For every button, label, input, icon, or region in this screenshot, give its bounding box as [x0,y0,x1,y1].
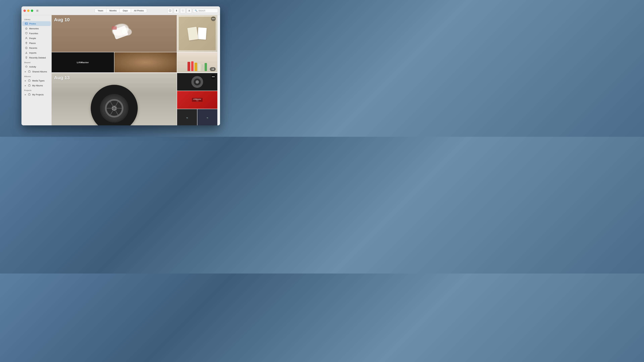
aug13-right-column: ••• LiftMaster myQ [177,73,217,125]
places-label: Places [29,42,36,44]
photo-area[interactable]: Aug 10 ••• LiftMaster [52,15,217,125]
people-icon [25,37,28,40]
tab-group: Years Months Days All Photos [94,8,147,13]
sidebar-item-photos[interactable]: Photos [22,21,51,26]
memories-label: Memories [29,27,39,30]
sidebar-item-recents[interactable]: Recents [22,45,51,50]
day-section-aug13: Aug 13 ••• [52,73,217,125]
date-aug13: Aug 13 [54,75,70,80]
date-aug10: Aug 10 [54,17,70,22]
recents-icon [25,46,28,49]
expand-albums-icon: ▶ [25,85,26,86]
day-section-aug10: Aug 10 ••• LiftMaster [52,15,217,73]
svg-rect-8 [28,80,30,81]
aug13-bottom-pair: 📷 📷 [177,109,217,125]
share-icon: ⬆ [176,9,178,12]
liftmaster-brand: LiftMaster [193,98,201,100]
sidebar-item-people[interactable]: People [22,36,51,40]
more-photos-badge: +6 [210,67,216,71]
svg-rect-10 [28,94,30,95]
photo-aug10-main[interactable]: Aug 10 [52,15,177,52]
titlebar-actions: ⓘ ⬆ ♡ ⬇ 🔍 [167,8,218,13]
photo-liftmaster-red[interactable]: LiftMaster myQ [177,91,217,109]
photo-aug13-dark1[interactable]: 📷 [177,109,197,125]
people-label: People [29,37,36,39]
photos-icon [25,22,28,25]
search-icon: 🔍 [195,9,198,12]
svg-marker-2 [25,27,27,29]
trash-icon [25,56,28,59]
photo-aug10-side[interactable]: ••• [177,15,217,52]
photo-aug10-blur[interactable] [114,52,177,72]
photo-aug13-dark2[interactable]: 📷 [198,109,217,125]
my-albums-icon [28,84,31,87]
shared-section-label: Shared [22,60,52,64]
tab-days[interactable]: Days [120,8,131,13]
shared-albums-label: Shared Albums [32,70,47,73]
expand-projects-icon: ▶ [25,94,26,95]
info-button[interactable]: ⓘ [167,8,173,13]
sidebar-item-my-albums[interactable]: ▶ My Albums [22,83,51,88]
sidebar-item-recently-deleted[interactable]: Recently Deleted [22,55,51,60]
favorites-button[interactable]: ♡ [180,8,186,13]
main-content: Library Photos Memories Favorites [22,15,220,125]
albums-section-label: Albums [22,74,52,78]
photo-aug13-disc[interactable]: ••• [177,73,217,91]
activity-icon [25,65,28,68]
import-icon: ⬇ [188,9,190,12]
svg-point-3 [26,37,27,38]
svg-point-4 [26,42,27,43]
sidebar-toggle-button[interactable]: ⊞ [36,9,38,12]
my-projects-label: My Projects [32,93,44,96]
photo-cleaning-supplies[interactable]: +6 [177,52,217,72]
photo-liftmaster[interactable]: LiftMaster [52,52,114,72]
expand-media-icon: ▶ [25,80,26,82]
sidebar: Library Photos Memories Favorites [22,15,52,125]
close-button[interactable] [24,9,26,12]
photo-aug13-tire[interactable]: Aug 13 [52,73,177,125]
photo-menu-button-aug10-side[interactable]: ••• [211,16,216,21]
media-types-icon [28,79,31,82]
imports-icon [25,51,28,54]
places-icon [25,41,28,44]
aug10-bottom-row: LiftMaster [52,52,177,72]
svg-rect-7 [28,71,30,72]
photos-label: Photos [29,22,36,25]
sidebar-item-places[interactable]: Places [22,41,51,45]
search-bar[interactable]: 🔍 [193,8,218,13]
memories-icon [25,27,28,30]
import-button[interactable]: ⬇ [186,8,192,13]
sidebar-item-my-projects[interactable]: ▶ My Projects [22,92,51,97]
sidebar-item-activity[interactable]: Activity [22,64,51,69]
favorites-label: Favorites [29,32,38,35]
maximize-button[interactable] [31,9,33,12]
media-types-label: Media Types [32,79,44,82]
my-albums-label: My Albums [32,84,43,87]
share-button[interactable]: ⬆ [174,8,179,13]
titlebar: ⊞ Years Months Days All Photos ⓘ ⬆ ♡ ⬇ [22,6,220,15]
favorites-sidebar-icon [25,32,28,35]
tab-all-photos[interactable]: All Photos [131,8,147,13]
minimize-button[interactable] [27,9,30,12]
photo-menu-button-aug13-disc[interactable]: ••• [211,74,216,79]
sidebar-item-shared-albums[interactable]: ▶ Shared Albums [22,69,51,74]
shared-albums-icon [28,70,31,73]
tab-years[interactable]: Years [95,8,106,13]
traffic-lights [24,9,33,12]
projects-section-label: Projects [22,88,52,92]
recently-deleted-label: Recently Deleted [29,56,46,59]
sidebar-item-imports[interactable]: Imports [22,50,51,55]
sidebar-item-media-types[interactable]: ▶ Media Types [22,78,51,83]
activity-label: Activity [29,65,36,68]
tab-months[interactable]: Months [106,8,120,13]
recents-label: Recents [29,47,37,49]
photos-window: ⊞ Years Months Days All Photos ⓘ ⬆ ♡ ⬇ [22,6,220,125]
search-input[interactable] [198,9,216,12]
expand-icon: ▶ [25,71,26,72]
info-icon: ⓘ [169,9,171,12]
svg-rect-9 [28,85,30,86]
sidebar-item-memories[interactable]: Memories [22,26,51,31]
right-panel [217,15,220,125]
sidebar-item-favorites[interactable]: Favorites [22,31,51,36]
library-section-label: Library [22,17,52,21]
